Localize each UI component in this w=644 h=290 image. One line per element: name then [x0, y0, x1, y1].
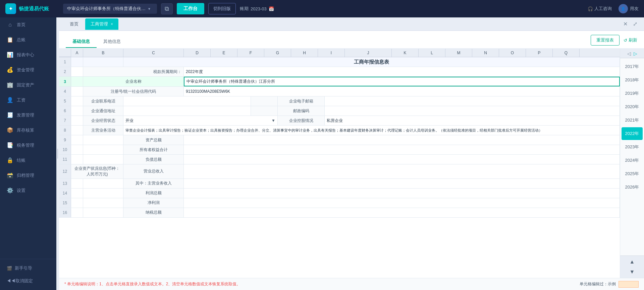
copy-button[interactable]: ⧉: [161, 3, 173, 14]
cell-7-val[interactable]: 开业 ▼: [123, 116, 278, 125]
collapse-left-button[interactable]: ◁: [627, 50, 632, 57]
cell-14-val[interactable]: [184, 189, 620, 198]
sidebar-item-finance[interactable]: 💰 资金管理: [0, 62, 56, 77]
cell-10-label[interactable]: 所有者权益合计: [123, 145, 184, 154]
cell-5-val[interactable]: [123, 96, 251, 106]
sidebar-item-home[interactable]: ⌂ 首页: [0, 17, 56, 32]
tab-expand-button[interactable]: ⤢: [632, 19, 639, 28]
collapse-right-button[interactable]: ▷: [633, 50, 638, 57]
cell-9-label[interactable]: 资产总额: [123, 135, 184, 145]
tab-close-icon[interactable]: ×: [111, 22, 113, 26]
sub-tab-basic[interactable]: 基础信息: [66, 36, 97, 48]
old-version-button[interactable]: 切到旧版: [208, 3, 236, 14]
sidebar-item-report[interactable]: 📊 报表中心: [0, 47, 56, 62]
cell-8-a[interactable]: [71, 126, 83, 135]
service-button[interactable]: 🎧 人工咨询: [588, 6, 612, 12]
cell-3-label[interactable]: 企业名称: [83, 77, 184, 86]
year-item-2023[interactable]: 2023年: [622, 141, 643, 153]
cell-6-label[interactable]: 企业通信地址: [83, 106, 123, 116]
cell-10-a[interactable]: [71, 145, 83, 154]
cell-11-a[interactable]: [71, 155, 83, 164]
cell-4-label[interactable]: 注册号/统一社会信用代码: [83, 87, 184, 96]
tab-gongshang[interactable]: 工商管理 ×: [85, 18, 118, 30]
cell-6-i[interactable]: [251, 106, 278, 116]
company-selector[interactable]: 中审众环会计师事务所（特殊普通合伙… ▼: [63, 4, 157, 14]
cancel-fixed-button[interactable]: ◀◀取消固定: [0, 275, 56, 287]
cell-4-value[interactable]: 91320100MA208E5W6K: [184, 87, 620, 96]
year-item-2020[interactable]: 2020年: [622, 100, 643, 113]
cell-16-a[interactable]: [71, 208, 83, 217]
cell-9-a[interactable]: [71, 135, 83, 145]
year-item-2024[interactable]: 2024年: [622, 154, 643, 167]
refresh-button[interactable]: ↺ 刷新: [624, 37, 637, 43]
calendar-icon[interactable]: 📅: [269, 6, 274, 11]
tab-home[interactable]: 首页: [64, 18, 84, 30]
cell-6-a[interactable]: [71, 106, 83, 116]
cell-16-b[interactable]: [83, 208, 123, 217]
sidebar-item-tax[interactable]: 📑 税务管理: [0, 138, 56, 153]
year-item-2021[interactable]: 2021年: [622, 114, 643, 127]
cell-13-label[interactable]: 其中：主营业务收入: [123, 179, 184, 188]
sidebar-item-payroll[interactable]: 👤 工资: [0, 92, 56, 107]
cell-14-label[interactable]: 利润总额: [123, 189, 184, 198]
cell-12-left-label[interactable]: 企业资产状况信息(币种：人民币万元): [71, 164, 123, 178]
year-item-2017[interactable]: 2017年: [622, 60, 643, 73]
year-item-2026[interactable]: 2026年: [622, 181, 643, 194]
cell-7-k[interactable]: 私营企业: [325, 116, 620, 125]
cell-10-b[interactable]: [83, 145, 123, 154]
sidebar-item-settings[interactable]: ⚙️ 设置: [0, 183, 56, 198]
cell-11-b[interactable]: [83, 155, 123, 164]
cell-11-label[interactable]: 负债总额: [123, 155, 184, 164]
year-item-2022[interactable]: 2022年: [622, 127, 643, 140]
cell-2-b[interactable]: 税款所属期间：: [83, 67, 184, 76]
cell-16-val[interactable]: [184, 208, 620, 217]
cell-5-label[interactable]: 企业联系电话: [83, 96, 123, 106]
sidebar-item-inventory[interactable]: 📦 库存核算: [0, 123, 56, 138]
sidebar-item-ledger[interactable]: 📋 总账: [0, 32, 56, 47]
cell-13-val[interactable]: [184, 179, 620, 188]
workbench-button[interactable]: 工作台: [177, 3, 204, 14]
sidebar-item-assets[interactable]: 🏢 固定资产: [0, 77, 56, 92]
year-item-2019[interactable]: 2019年: [622, 87, 643, 100]
cell-13-a[interactable]: [71, 179, 83, 188]
tab-close-all-button[interactable]: ✕: [622, 19, 629, 28]
sub-tab-other[interactable]: 其他信息: [97, 36, 127, 48]
cell-5-i[interactable]: [251, 96, 278, 106]
sidebar-item-closing[interactable]: 🔒 结账: [0, 153, 56, 168]
cell-15-b[interactable]: [83, 198, 123, 208]
new-guide-button[interactable]: 🎬 新手引导: [0, 262, 56, 275]
spreadsheet-main[interactable]: A B C D E F G H I J K L M N O: [59, 49, 620, 278]
cell-6-val[interactable]: [123, 106, 251, 116]
cell-7-j[interactable]: 企业控股情况: [278, 116, 325, 125]
sidebar-item-invoice[interactable]: 🧾 发票管理: [0, 107, 56, 123]
year-item-2018[interactable]: 2018年: [622, 74, 643, 86]
sidebar-item-archive[interactable]: 🗃️ 归档管理: [0, 168, 56, 183]
cell-5-j[interactable]: 企业电子邮箱: [278, 96, 325, 106]
year-nav-down-button[interactable]: ▼: [622, 268, 642, 276]
user-area[interactable]: 👤 用友: [619, 4, 639, 13]
cell-12-label[interactable]: 营业总收入: [123, 164, 184, 178]
cell-6-k[interactable]: [325, 106, 620, 116]
cell-7-a[interactable]: [71, 116, 83, 125]
cell-4-a[interactable]: [71, 87, 83, 96]
year-item-2025[interactable]: 2025年: [622, 167, 643, 180]
cell-5-k[interactable]: [325, 96, 620, 106]
reset-report-button[interactable]: 重置报表: [591, 35, 620, 46]
cell-2-a[interactable]: [71, 67, 83, 76]
cell-7-label[interactable]: 企业经营状态: [83, 116, 123, 125]
cell-8-label[interactable]: 主营业务活动: [83, 126, 123, 135]
cell-9-b[interactable]: [83, 135, 123, 145]
cell-1-b[interactable]: [83, 57, 123, 67]
cell-6-j[interactable]: 邮政编码: [278, 106, 325, 116]
cell-14-b[interactable]: [83, 189, 123, 198]
cell-12-val[interactable]: [184, 164, 620, 178]
cell-1-title[interactable]: 工商年报信息表: [123, 57, 620, 67]
cell-13-b[interactable]: [83, 179, 123, 188]
cell-8-val[interactable]: 审查企业会计报表；出具审计报告；验证企业资本；出具验资报告；办理企业合并、分立、…: [123, 126, 620, 135]
cell-11-val[interactable]: [184, 155, 620, 164]
year-nav-up-button[interactable]: ▲: [622, 258, 642, 266]
cell-3-value[interactable]: 中审众环会计师事务所（特殊普通合伙）江苏分所: [184, 77, 620, 86]
cell-14-a[interactable]: [71, 189, 83, 198]
cell-15-a[interactable]: [71, 198, 83, 208]
cell-15-label[interactable]: 净利润: [123, 198, 184, 208]
